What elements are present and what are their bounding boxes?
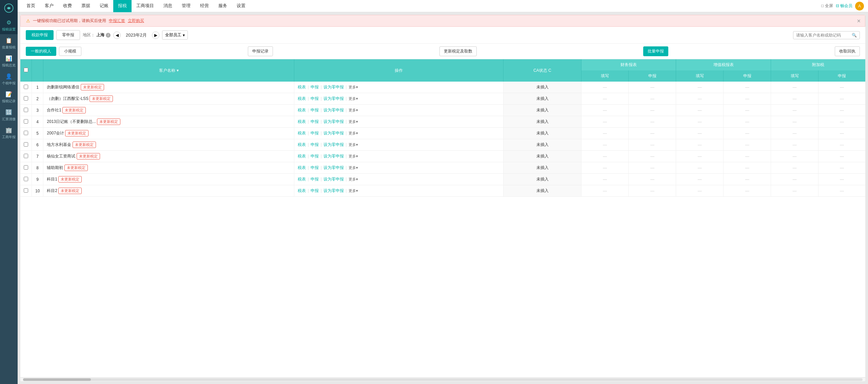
region-info-icon[interactable]: i bbox=[106, 33, 111, 38]
op-more-5[interactable]: 更多▾ bbox=[349, 143, 358, 147]
notice-link1[interactable]: 申报汇签 bbox=[109, 18, 125, 24]
op-tax-6[interactable]: 税表 bbox=[298, 154, 306, 158]
op-zero-2[interactable]: 设为零申报 bbox=[323, 108, 344, 112]
update-btn[interactable]: 更新税定及取数 bbox=[439, 46, 477, 56]
op-zero-3[interactable]: 设为零申报 bbox=[323, 119, 344, 124]
row-checkbox-7[interactable] bbox=[24, 165, 28, 170]
op-tax-5[interactable]: 税表 bbox=[298, 142, 306, 147]
row-checkbox-9[interactable] bbox=[24, 188, 28, 193]
row-tax-fill-3: — bbox=[676, 116, 724, 128]
op-more-9[interactable]: 更多▾ bbox=[349, 189, 358, 193]
row-name-3: 2013日记账（不要删除总... 未更新税定 bbox=[43, 116, 294, 128]
op-zero-7[interactable]: 设为零申报 bbox=[323, 165, 344, 170]
batch-apply-btn[interactable]: 批量申报 bbox=[643, 46, 668, 56]
op-apply-7[interactable]: 申报 bbox=[311, 165, 319, 170]
sidebar-item-personal-tax[interactable]: 👤 个税申报 bbox=[0, 70, 18, 88]
vip-btn[interactable]: ⊟ 畅会员 bbox=[836, 3, 852, 9]
op-more-3[interactable]: 更多▾ bbox=[349, 120, 358, 124]
select-all-checkbox[interactable] bbox=[24, 68, 28, 72]
record-btn[interactable]: 申报记录 bbox=[248, 46, 273, 56]
op-apply-9[interactable]: 申报 bbox=[311, 188, 319, 193]
op-tax-8[interactable]: 税表 bbox=[298, 177, 306, 182]
op-apply-3[interactable]: 申报 bbox=[311, 119, 319, 124]
op-tax-1[interactable]: 税表 bbox=[298, 96, 306, 101]
bottom-scrollbar[interactable] bbox=[20, 377, 865, 381]
notice-link2[interactable]: 立即购买 bbox=[128, 18, 144, 24]
date-display: 2023年2月 bbox=[123, 32, 150, 38]
op-tax-0[interactable]: 税表 bbox=[298, 85, 306, 89]
sidebar-item-tax-record[interactable]: 📝 报税记录 bbox=[0, 88, 18, 106]
op-apply-6[interactable]: 申报 bbox=[311, 154, 319, 158]
tab-zero-apply[interactable]: 零申报 bbox=[56, 30, 80, 40]
nav-home[interactable]: 首页 bbox=[22, 0, 40, 12]
row-checkbox-5[interactable] bbox=[24, 142, 28, 147]
op-apply-8[interactable]: 申报 bbox=[311, 177, 319, 182]
nav-settings[interactable]: 设置 bbox=[232, 0, 250, 12]
row-checkbox-1[interactable] bbox=[24, 96, 28, 101]
op-more-8[interactable]: 更多▾ bbox=[349, 177, 358, 181]
op-zero-0[interactable]: 设为零申报 bbox=[323, 85, 344, 89]
nav-service[interactable]: 服务 bbox=[214, 0, 232, 12]
logo bbox=[0, 0, 18, 16]
row-add-apply-5: — bbox=[818, 139, 865, 151]
row-checkbox-0[interactable] bbox=[24, 85, 28, 89]
op-more-1[interactable]: 更多▾ bbox=[349, 97, 358, 101]
employee-filter[interactable]: 全部员工 ▾ bbox=[162, 30, 188, 40]
op-zero-8[interactable]: 设为零申报 bbox=[323, 177, 344, 182]
row-checkbox-8[interactable] bbox=[24, 177, 28, 181]
sidebar-item-biz-annual[interactable]: 🏢 工商年报 bbox=[0, 124, 18, 142]
op-tax-7[interactable]: 税表 bbox=[298, 165, 306, 170]
op-apply-1[interactable]: 申报 bbox=[311, 96, 319, 101]
op-apply-2[interactable]: 申报 bbox=[311, 108, 319, 112]
sidebar-item-batch-tax[interactable]: 📋 批量报税 bbox=[0, 34, 18, 52]
op-zero-9[interactable]: 设为零申报 bbox=[323, 188, 344, 193]
op-apply-4[interactable]: 申报 bbox=[311, 131, 319, 135]
op-tax-2[interactable]: 税表 bbox=[298, 108, 306, 112]
search-icon[interactable]: 🔍 bbox=[852, 33, 857, 38]
op-tax-9[interactable]: 税表 bbox=[298, 188, 306, 193]
op-zero-1[interactable]: 设为零申报 bbox=[323, 96, 344, 101]
row-tax-fill-7: — bbox=[676, 162, 724, 174]
user-avatar[interactable]: A bbox=[855, 2, 864, 10]
nav-message[interactable]: 消息 bbox=[159, 0, 177, 12]
taxpayer-tab-small[interactable]: 小规模 bbox=[59, 47, 81, 56]
fullscreen-btn[interactable]: □ 全屏 bbox=[821, 3, 833, 9]
nav-client[interactable]: 客户 bbox=[40, 0, 58, 12]
taxpayer-tab-general[interactable]: 一般的税人 bbox=[26, 47, 56, 56]
row-no-4: 5 bbox=[32, 128, 43, 139]
op-more-6[interactable]: 更多▾ bbox=[349, 154, 358, 158]
nav-manage[interactable]: 管理 bbox=[177, 0, 195, 12]
nav-fee[interactable]: 收费 bbox=[58, 0, 77, 12]
op-more-0[interactable]: 更多▾ bbox=[349, 85, 358, 89]
op-zero-4[interactable]: 设为零申报 bbox=[323, 131, 344, 135]
tab-tax-apply[interactable]: 税款申报 bbox=[26, 30, 54, 40]
op-more-7[interactable]: 更多▾ bbox=[349, 166, 358, 170]
nav-operation[interactable]: 经营 bbox=[195, 0, 214, 12]
op-more-4[interactable]: 更多▾ bbox=[349, 131, 358, 135]
op-tax-3[interactable]: 税表 bbox=[298, 119, 306, 124]
notice-close[interactable]: ✕ bbox=[857, 18, 861, 24]
op-zero-5[interactable]: 设为零申报 bbox=[323, 142, 344, 147]
sidebar-item-calc-clear[interactable]: 🔢 汇算清缴 bbox=[0, 106, 18, 124]
nav-invoice[interactable]: 票据 bbox=[77, 0, 95, 12]
row-checkbox-3[interactable] bbox=[24, 119, 28, 124]
op-apply-0[interactable]: 申报 bbox=[311, 85, 319, 89]
date-prev-btn[interactable]: ◀ bbox=[113, 31, 121, 39]
name-sort-icon[interactable]: ▾ bbox=[177, 68, 179, 73]
op-more-2[interactable]: 更多▾ bbox=[349, 108, 358, 112]
retrieve-btn[interactable]: 收取回执 bbox=[835, 46, 860, 56]
op-zero-6[interactable]: 设为零申报 bbox=[323, 154, 344, 158]
row-checkbox-4[interactable] bbox=[24, 131, 28, 135]
date-next-btn[interactable]: ▶ bbox=[152, 31, 159, 39]
row-fin-apply-2: — bbox=[629, 105, 676, 116]
nav-accounting[interactable]: 记账 bbox=[95, 0, 113, 12]
row-checkbox-6[interactable] bbox=[24, 154, 28, 158]
sidebar-item-tax-overview[interactable]: 📊 报税总览 bbox=[0, 52, 18, 70]
nav-tax[interactable]: 报税 bbox=[113, 0, 132, 12]
sidebar-item-tax-settings[interactable]: ⚙ 报税设置 bbox=[0, 16, 18, 34]
search-input[interactable] bbox=[796, 33, 850, 38]
nav-biz-project[interactable]: 工商项目 bbox=[132, 0, 159, 12]
op-apply-5[interactable]: 申报 bbox=[311, 142, 319, 147]
op-tax-4[interactable]: 税表 bbox=[298, 131, 306, 135]
row-checkbox-2[interactable] bbox=[24, 108, 28, 112]
